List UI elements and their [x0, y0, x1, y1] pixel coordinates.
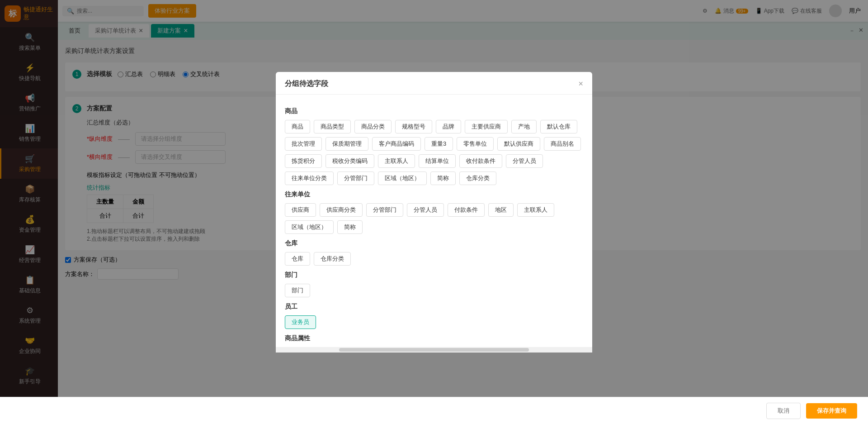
field-tag-0-21[interactable]: 往来单位分类: [285, 172, 334, 185]
dialog-header: 分组待选字段 ×: [276, 72, 592, 95]
field-tag-0-2[interactable]: 商品分类: [354, 120, 392, 133]
field-tag-1-3[interactable]: 分管人员: [407, 203, 444, 217]
field-grid-1: 供应商供应商分类分管部门分管人员付款条件地区主联系人区域（地区）简称: [285, 203, 583, 234]
footer-bar: 取消 保存并查询: [0, 397, 868, 424]
field-tag-0-20[interactable]: 分管人员: [506, 154, 543, 168]
dialog-scrollbar-bottom[interactable]: [276, 347, 592, 353]
field-tag-0-18[interactable]: 结算单位: [419, 154, 456, 168]
dialog: 分组待选字段 × 商品商品商品类型商品分类规格型号品牌主要供应商产地默认仓库批次…: [276, 72, 592, 353]
field-tag-0-13[interactable]: 默认供应商: [497, 137, 540, 151]
field-tag-0-22[interactable]: 分管部门: [337, 172, 374, 185]
field-tag-1-0[interactable]: 供应商: [285, 203, 316, 217]
field-grid-4: 业务员: [285, 315, 583, 329]
field-tag-0-15[interactable]: 拣货积分: [285, 154, 322, 168]
field-tag-0-6[interactable]: 产地: [511, 120, 537, 133]
field-grid-0: 商品商品类型商品分类规格型号品牌主要供应商产地默认仓库批次管理保质期管理客户商品…: [285, 120, 583, 185]
field-tag-0-5[interactable]: 主要供应商: [465, 120, 508, 133]
section-title-0: 商品: [285, 107, 583, 115]
overlay: 分组待选字段 × 商品商品商品类型商品分类规格型号品牌主要供应商产地默认仓库批次…: [0, 0, 868, 424]
field-tag-1-4[interactable]: 付款条件: [448, 203, 485, 217]
field-tag-1-7[interactable]: 区域（地区）: [285, 220, 334, 234]
save-button[interactable]: 保存并查询: [806, 403, 857, 419]
field-tag-1-2[interactable]: 分管部门: [366, 203, 403, 217]
cancel-button[interactable]: 取消: [766, 403, 801, 419]
field-tag-0-12[interactable]: 零售单位: [457, 137, 494, 151]
field-tag-0-1[interactable]: 商品类型: [314, 120, 351, 133]
section-title-3: 部门: [285, 271, 583, 279]
dialog-close-btn[interactable]: ×: [578, 79, 583, 89]
section-title-4: 员工: [285, 303, 583, 311]
field-tag-0-11[interactable]: 重量3: [425, 137, 453, 151]
field-tag-1-5[interactable]: 地区: [488, 203, 514, 217]
section-title-5: 商品属性: [285, 334, 583, 343]
field-tag-0-8[interactable]: 批次管理: [285, 137, 322, 151]
field-tag-0-16[interactable]: 税收分类编码: [326, 154, 374, 168]
field-tag-1-8[interactable]: 简称: [337, 220, 363, 234]
field-tag-0-3[interactable]: 规格型号: [395, 120, 432, 133]
section-title-2: 仓库: [285, 239, 583, 248]
field-tag-0-25[interactable]: 仓库分类: [459, 172, 496, 185]
field-tag-2-1[interactable]: 仓库分类: [314, 252, 351, 266]
field-tag-0-19[interactable]: 收付款条件: [459, 154, 502, 168]
field-tag-2-0[interactable]: 仓库: [285, 252, 310, 266]
field-tag-0-14[interactable]: 商品别名: [544, 137, 581, 151]
field-tag-0-7[interactable]: 默认仓库: [540, 120, 577, 133]
section-title-1: 往来单位: [285, 191, 583, 199]
field-tag-0-23[interactable]: 区域（地区）: [378, 172, 427, 185]
field-tag-0-10[interactable]: 客户商品编码: [372, 137, 421, 151]
field-grid-2: 仓库仓库分类: [285, 252, 583, 266]
field-tag-4-0[interactable]: 业务员: [285, 315, 316, 329]
field-tag-0-0[interactable]: 商品: [285, 120, 310, 133]
field-tag-0-17[interactable]: 主联系人: [378, 154, 415, 168]
field-tag-0-4[interactable]: 品牌: [436, 120, 461, 133]
field-tag-3-0[interactable]: 部门: [285, 284, 310, 297]
field-tag-1-6[interactable]: 主联系人: [517, 203, 554, 217]
field-tag-1-1[interactable]: 供应商分类: [320, 203, 363, 217]
field-grid-3: 部门: [285, 284, 583, 297]
dialog-title: 分组待选字段: [285, 79, 328, 89]
field-tag-0-24[interactable]: 简称: [430, 172, 456, 185]
field-tag-0-9[interactable]: 保质期管理: [326, 137, 368, 151]
dialog-body: 商品商品商品类型商品分类规格型号品牌主要供应商产地默认仓库批次管理保质期管理客户…: [276, 95, 592, 347]
